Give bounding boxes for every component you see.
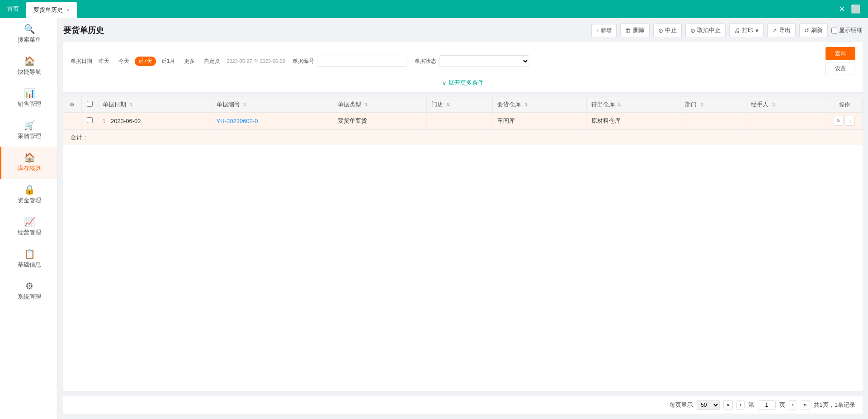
filter-settings-button[interactable]: 设置 bbox=[826, 62, 855, 75]
tab-home[interactable]: 首页 bbox=[0, 0, 26, 18]
tab-bar: 首页 要货单历史 × bbox=[0, 0, 839, 18]
next-page-button[interactable]: › bbox=[789, 400, 797, 409]
operations-icon: 📈 bbox=[24, 217, 35, 226]
th-pending-warehouse[interactable]: 待出仓库 ⇅ bbox=[586, 97, 680, 113]
top-bar-right: ✕ ⬜ bbox=[839, 4, 868, 14]
sort-doc-type-icon: ⇅ bbox=[364, 102, 368, 107]
th-pending-warehouse-label: 待出仓库 bbox=[591, 101, 615, 108]
refresh-button[interactable]: ↺ 刷新 bbox=[799, 24, 828, 37]
th-op: 操作 bbox=[826, 97, 863, 113]
th-req-warehouse[interactable]: 要货仓库 ⇅ bbox=[493, 97, 587, 113]
expand-row: ∨ 展开更多条件 bbox=[71, 79, 855, 87]
page-number-input[interactable] bbox=[758, 400, 776, 409]
shortcut-7days[interactable]: 近7天 bbox=[135, 57, 156, 66]
row-edit-icon[interactable]: ✎ bbox=[834, 116, 844, 126]
refresh-label: 刷新 bbox=[811, 26, 823, 34]
new-button[interactable]: + 新增 bbox=[591, 24, 617, 37]
tab-close-icon[interactable]: × bbox=[66, 7, 70, 13]
th-store-label: 门店 bbox=[431, 101, 443, 108]
th-date-label: 单据日期 bbox=[103, 101, 126, 108]
tab-yh-history[interactable]: 要货单历史 × bbox=[26, 2, 77, 18]
sales-icon: 📊 bbox=[24, 89, 35, 98]
sort-pending-warehouse-icon: ⇅ bbox=[618, 102, 621, 107]
th-dept[interactable]: 部门 ⇅ bbox=[680, 97, 746, 113]
sidebar-item-inventory-label: 库存核算 bbox=[18, 164, 41, 172]
basic-icon: 📋 bbox=[24, 249, 35, 258]
shortcut-custom[interactable]: 自定义 bbox=[200, 57, 224, 66]
export-button[interactable]: ↗ 导出 bbox=[767, 24, 796, 37]
sidebar-item-finance-label: 资金管理 bbox=[18, 196, 41, 205]
sidebar-item-inventory[interactable]: 🏠 库存核算 bbox=[0, 147, 57, 179]
delete-icon: 🗑 bbox=[625, 27, 631, 34]
doc-no-filter-group: 单据编号 bbox=[292, 56, 407, 67]
print-icon: 🖨 bbox=[734, 27, 740, 34]
status-filter-group: 单据状态 bbox=[415, 55, 529, 67]
row-req-warehouse-cell: 车间库 bbox=[493, 113, 587, 129]
sidebar-item-quick-nav[interactable]: 🏠 快捷导航 bbox=[0, 50, 57, 82]
home-icon: 🏠 bbox=[24, 57, 35, 66]
system-icon: ⚙ bbox=[25, 281, 33, 290]
print-button[interactable]: 🖨 打印 ▾ bbox=[729, 24, 764, 37]
total-info: 共1页，1条记录 bbox=[814, 401, 855, 409]
purchase-icon: 🛒 bbox=[24, 121, 35, 130]
window-maximize-icon[interactable]: ⬜ bbox=[851, 4, 861, 14]
window-close-icon[interactable]: ✕ bbox=[839, 4, 845, 14]
row-handler-cell bbox=[746, 113, 826, 129]
expand-conditions-button[interactable]: ∨ 展开更多条件 bbox=[442, 79, 484, 87]
sidebar-item-purchase-label: 采购管理 bbox=[18, 132, 41, 140]
th-doc-no[interactable]: 单据编号 ⇅ bbox=[212, 97, 333, 113]
page-title-row: 要货单历史 + 新增 🗑 删除 ⊘ 中止 ⊘ 取消中止 🖨 打印 bbox=[63, 24, 863, 37]
finance-icon: 🔒 bbox=[24, 185, 35, 194]
prev-page-button[interactable]: ‹ bbox=[736, 400, 745, 409]
date-filter-label: 单据日期 bbox=[71, 57, 92, 65]
row-doc-no-link[interactable]: YH-20230602-0 bbox=[217, 118, 258, 124]
table-header-row: ⚙ 单据日期 ⇅ 单据编号 ⇅ 单据类型 bbox=[63, 97, 863, 113]
th-doc-no-label: 单据编号 bbox=[217, 101, 240, 108]
top-bar: 首页 要货单历史 × ✕ ⬜ bbox=[0, 0, 868, 18]
status-label: 单据状态 bbox=[415, 57, 436, 65]
th-doc-type[interactable]: 单据类型 ⇅ bbox=[333, 97, 427, 113]
shortcut-today[interactable]: 今天 bbox=[115, 57, 133, 66]
sort-store-icon: ⇅ bbox=[446, 102, 450, 107]
th-handler[interactable]: 经手人 ⇅ bbox=[746, 97, 826, 113]
status-select[interactable] bbox=[439, 55, 529, 67]
sidebar-item-search[interactable]: 🔍 搜索菜单 bbox=[0, 18, 57, 50]
print-label: 打印 bbox=[742, 26, 754, 34]
shortcut-1month[interactable]: 近1月 bbox=[158, 57, 179, 66]
shortcut-more[interactable]: 更多 bbox=[180, 57, 198, 66]
sidebar-item-basic[interactable]: 📋 基础信息 bbox=[0, 243, 57, 275]
sidebar-item-basic-label: 基础信息 bbox=[18, 261, 41, 269]
date-range-display: 2023-05-27 至 2023-06-02 bbox=[226, 58, 285, 65]
row-op-cell: ✎ ⋮ bbox=[826, 113, 863, 129]
cancel-stop-icon: ⊘ bbox=[690, 27, 695, 34]
filter-row: 单据日期 昨天 今天 近7天 近1月 更多 自定义 2023-05-27 至 2… bbox=[71, 47, 855, 75]
last-page-button[interactable]: » bbox=[801, 400, 810, 409]
table-container: ⚙ 单据日期 ⇅ 单据编号 ⇅ 单据类型 bbox=[63, 97, 863, 391]
print-dropdown-icon: ▾ bbox=[755, 27, 759, 34]
sidebar-item-purchase[interactable]: 🛒 采购管理 bbox=[0, 114, 57, 147]
sidebar-item-system[interactable]: ⚙ 系统管理 bbox=[0, 275, 57, 307]
content: 要货单历史 + 新增 🗑 删除 ⊘ 中止 ⊘ 取消中止 🖨 打印 bbox=[58, 18, 868, 419]
refresh-icon: ↺ bbox=[804, 27, 809, 34]
shortcut-yesterday[interactable]: 昨天 bbox=[95, 57, 113, 66]
sidebar-item-operations[interactable]: 📈 经营管理 bbox=[0, 211, 57, 243]
sidebar-item-sales[interactable]: 📊 销售管理 bbox=[0, 82, 57, 114]
sidebar-item-finance[interactable]: 🔒 资金管理 bbox=[0, 179, 57, 211]
first-page-button[interactable]: « bbox=[723, 400, 733, 409]
sidebar-item-quick-nav-label: 快捷导航 bbox=[18, 68, 41, 76]
tab-home-label: 首页 bbox=[7, 5, 19, 13]
row-checkbox[interactable] bbox=[87, 117, 93, 123]
display-detail-checkbox[interactable] bbox=[831, 28, 837, 33]
th-date[interactable]: 单据日期 ⇅ bbox=[98, 97, 212, 113]
stop-button[interactable]: ⊘ 中止 bbox=[653, 24, 682, 37]
page-size-select[interactable]: 50 10 20 100 bbox=[697, 400, 720, 410]
delete-button[interactable]: 🗑 删除 bbox=[620, 24, 650, 37]
th-store[interactable]: 门店 ⇅ bbox=[427, 97, 493, 113]
th-settings: ⚙ bbox=[63, 97, 81, 113]
row-more-icon[interactable]: ⋮ bbox=[845, 116, 855, 126]
cancel-stop-label: 取消中止 bbox=[697, 26, 721, 34]
query-button[interactable]: 查询 bbox=[826, 47, 855, 60]
doc-no-input[interactable] bbox=[317, 56, 407, 67]
select-all-checkbox[interactable] bbox=[87, 101, 93, 107]
cancel-stop-button[interactable]: ⊘ 取消中止 bbox=[685, 24, 726, 37]
